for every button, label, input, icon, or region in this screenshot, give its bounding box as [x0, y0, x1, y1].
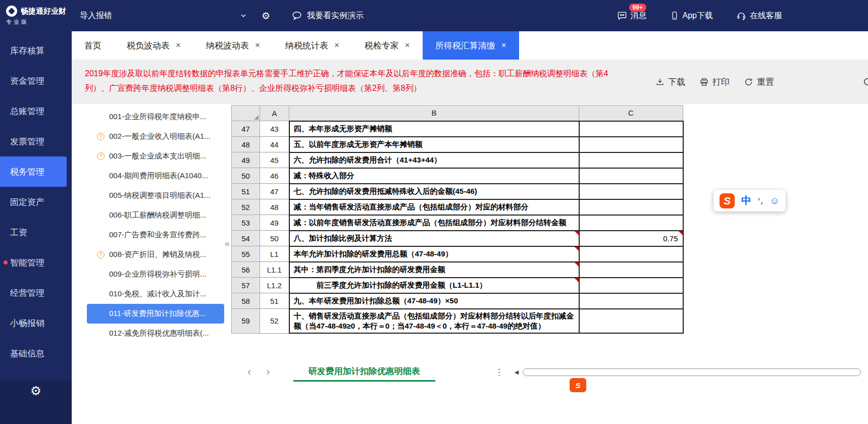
row-header[interactable]: 56 — [232, 262, 260, 278]
sidebar-item[interactable]: 税务管理 — [0, 156, 67, 187]
report-list-item[interactable]: 012-减免所得税优惠明细表(... — [87, 324, 224, 343]
cell-line-no[interactable]: 44 — [260, 137, 289, 152]
row-header[interactable]: 53 — [232, 215, 260, 231]
import-error-dropdown[interactable]: 导入报错 — [80, 11, 247, 21]
cell-description[interactable]: 其中：第四季度允许加计扣除的研发费用金额 — [289, 262, 579, 278]
download-button[interactable]: 下载 — [655, 76, 685, 88]
close-icon[interactable]: × — [334, 40, 339, 50]
refresh-edge-icon[interactable] — [862, 77, 868, 87]
cell-description[interactable]: 减：当年销售研发活动直接形成产品（包括组成部分）对应的材料部分 — [289, 199, 579, 215]
scroll-left-icon[interactable]: ◀ — [515, 369, 519, 376]
demo-button[interactable]: 我要看实例演示 — [291, 10, 364, 21]
cell-line-no[interactable]: 52 — [260, 309, 289, 334]
sidebar-item[interactable]: 发票管理 — [0, 126, 72, 156]
reset-button[interactable]: 重置 — [744, 76, 774, 88]
ime-emoji-icon[interactable]: ☺ — [770, 195, 779, 206]
row-header[interactable]: 54 — [232, 231, 260, 246]
cell-value[interactable] — [579, 137, 683, 152]
column-header-b[interactable]: B — [289, 105, 579, 121]
close-icon[interactable]: × — [255, 40, 260, 50]
collapse-panel-icon[interactable]: « — [223, 235, 232, 252]
cell-description[interactable]: 减：以前年度销售研发活动直接形成产品（包括组成部分）对应材料部分结转金额 — [289, 215, 579, 231]
cell-description[interactable]: 五、以前年度形成无形资产本年摊销额 — [289, 137, 579, 152]
select-all-corner[interactable] — [232, 105, 260, 121]
more-sheets-icon[interactable]: ⋮ — [495, 367, 503, 378]
messages-button[interactable]: 99+ 消息 — [617, 11, 647, 21]
print-button[interactable]: 打印 — [699, 76, 730, 88]
sheet-nav-right-icon[interactable]: › — [266, 366, 270, 378]
tab[interactable]: 纳税波动表 × — [193, 31, 273, 60]
report-list-item[interactable]: 009-企业所得税弥补亏损明... — [87, 264, 224, 284]
report-list-item[interactable]: 007-广告费和业务宣传费跨... — [87, 225, 224, 245]
sidebar-item[interactable]: 资金管理 — [0, 66, 72, 96]
sidebar-item[interactable]: 工资 — [0, 217, 72, 247]
cell-line-no[interactable]: 48 — [260, 199, 289, 215]
column-header-a[interactable]: A — [260, 105, 289, 121]
sheet-tab[interactable]: 研发费用加计扣除优惠明细表 — [293, 362, 435, 382]
tab[interactable]: 所得税汇算清缴 × — [423, 31, 519, 60]
horizontal-scrollbar[interactable] — [523, 368, 861, 376]
row-header[interactable]: 47 — [232, 121, 260, 137]
cell-line-no[interactable]: 51 — [260, 293, 289, 309]
cell-line-no[interactable]: 50 — [260, 231, 289, 246]
sidebar-item[interactable]: 智能管理 — [0, 247, 72, 278]
report-list-item[interactable]: 006-职工薪酬纳税调整明细... — [87, 205, 224, 225]
cell-line-no[interactable]: L1.2 — [260, 278, 289, 293]
row-header[interactable]: 50 — [232, 168, 260, 184]
ime-punctuation-toggle[interactable]: ’, — [758, 196, 763, 205]
cell-description[interactable]: 九、本年研发费用加计扣除总额（47-48-49）×50 — [289, 293, 579, 309]
cell-description[interactable]: 十、销售研发活动直接形成产品（包括组成部分）对应材料部分结转以后年度扣减金额（当… — [289, 309, 579, 334]
row-header[interactable]: 55 — [232, 246, 260, 262]
row-header[interactable]: 57 — [232, 278, 260, 293]
cell-description[interactable]: 六、允许扣除的研发费用合计（41+43+44） — [289, 152, 579, 168]
cell-value[interactable] — [579, 215, 683, 231]
cell-value[interactable]: 0.75 — [579, 231, 683, 246]
settings-gear-icon[interactable]: ⚙ — [262, 11, 270, 21]
cell-value[interactable] — [579, 152, 683, 168]
cell-description[interactable]: 七、允许扣除的研发费用抵减特殊收入后的金额(45-46) — [289, 184, 579, 199]
cell-description[interactable]: 减：特殊收入部分 — [289, 168, 579, 184]
online-support-button[interactable]: 在线客服 — [736, 11, 782, 21]
close-icon[interactable]: × — [405, 40, 410, 50]
cell-description[interactable]: 八、加计扣除比例及计算方法 — [289, 231, 579, 246]
sidebar-item[interactable]: 基础信息 — [0, 338, 72, 368]
cell-value[interactable] — [579, 293, 683, 309]
help-icon[interactable]: ? — [97, 133, 105, 140]
tab[interactable]: 税负波动表 × — [114, 31, 193, 60]
report-list-item[interactable]: ? 002-一般企业收入明细表(A1... — [87, 127, 224, 146]
tab[interactable]: 税检专家 × — [352, 31, 423, 60]
cell-line-no[interactable]: 46 — [260, 168, 289, 184]
cell-value[interactable] — [579, 184, 683, 199]
cell-value[interactable] — [579, 199, 683, 215]
close-icon[interactable]: × — [176, 40, 181, 50]
cell-value[interactable] — [579, 168, 683, 184]
tab[interactable]: 首页 — [72, 31, 114, 60]
cell-line-no[interactable]: L1 — [260, 246, 289, 262]
row-header[interactable]: 51 — [232, 184, 260, 199]
sidebar-item[interactable]: 经营管理 — [0, 278, 72, 308]
cell-line-no[interactable]: 45 — [260, 152, 289, 168]
cell-value[interactable] — [579, 121, 683, 137]
app-download-button[interactable]: App下载 — [670, 11, 713, 21]
row-header[interactable]: 48 — [232, 137, 260, 152]
row-header[interactable]: 52 — [232, 199, 260, 215]
report-list-item[interactable]: 010-免税、减计收入及加计... — [87, 284, 224, 304]
report-list-item[interactable]: ? 003-一般企业成本支出明细... — [87, 146, 224, 166]
row-header[interactable]: 58 — [232, 293, 260, 309]
sidebar-gear-icon[interactable]: ⚙ — [30, 385, 41, 424]
cell-line-no[interactable]: L1.1 — [260, 262, 289, 278]
report-list-item[interactable]: 011-研发费用加计扣除优惠... — [87, 304, 224, 324]
help-icon[interactable]: ? — [97, 251, 105, 258]
help-icon[interactable]: ? — [97, 152, 105, 160]
sidebar-item[interactable]: 总账管理 — [0, 96, 72, 126]
sidebar-item[interactable]: 固定资产 — [0, 187, 72, 217]
row-header[interactable]: 59 — [232, 309, 260, 334]
sheet-nav-left-icon[interactable]: ‹ — [247, 366, 251, 378]
report-list-item[interactable]: ? 008-资产折旧、摊销及纳税... — [87, 245, 224, 264]
cell-description[interactable]: 本年允许加计扣除的研发费用总额（47-48-49） — [289, 246, 579, 262]
ime-language-toggle[interactable]: 中 — [741, 194, 751, 207]
cell-description[interactable]: 前三季度允许加计扣除的研发费用金额（L1-L1.1） — [289, 278, 579, 293]
tab[interactable]: 纳税统计表 × — [273, 31, 352, 60]
cell-value[interactable] — [579, 262, 683, 278]
cell-line-no[interactable]: 49 — [260, 215, 289, 231]
